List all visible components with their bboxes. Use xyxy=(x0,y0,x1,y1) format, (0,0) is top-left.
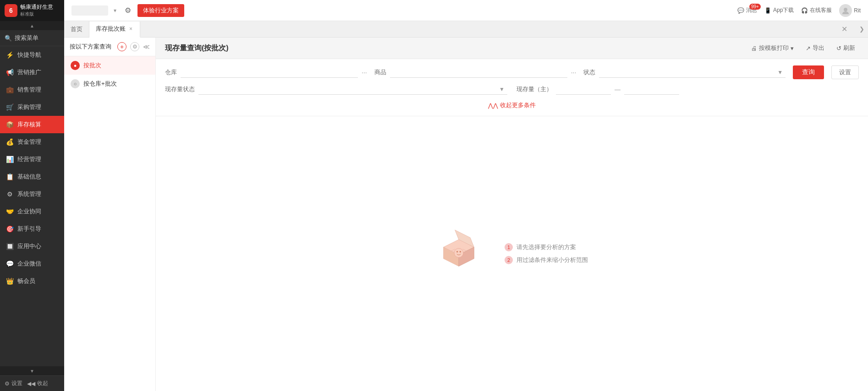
sidebar-item-经营管理[interactable]: 📊 经营管理 xyxy=(0,151,64,168)
print-btn[interactable]: 🖨 按模板打印 ▾ xyxy=(747,42,797,54)
hint-number-2: 2 xyxy=(505,256,513,264)
empty-hint-2: 2 用过滤条件来缩小分析范围 xyxy=(505,256,588,264)
search-icon: 🔍 xyxy=(5,35,12,42)
svg-point-0 xyxy=(844,8,847,11)
sidebar-settings-btn[interactable]: ⚙ 设置 xyxy=(5,380,22,387)
sidebar-item-基础信息[interactable]: 📋 基础信息 xyxy=(0,168,64,185)
svg-point-5 xyxy=(454,248,463,257)
filter-panel-collapse-btn[interactable]: ≪ xyxy=(143,43,150,50)
sidebar-item-icon: 🛒 xyxy=(5,103,14,111)
sidebar-item-畅会员[interactable]: 👑 畅会员 xyxy=(0,272,64,290)
filter-scheme-settings-btn[interactable]: ⚙ xyxy=(130,42,139,51)
sidebar-item-icon: 📦 xyxy=(5,120,14,129)
sidebar-search-label: 搜索菜单 xyxy=(15,34,38,42)
sidebar-menu: 🔍 搜索菜单 ⚡ 快捷导航 📢 营销推广 💼 销售管理 🛒 采购管理 📦 库存核… xyxy=(0,30,64,366)
avatar xyxy=(839,4,852,17)
scheme-icon-1: ○ xyxy=(71,79,80,88)
topbar-user-area[interactable]: Rit xyxy=(839,4,861,17)
settings-icon: ⚙ xyxy=(5,380,10,387)
sidebar-item-采购管理[interactable]: 🛒 采购管理 xyxy=(0,98,64,116)
empty-text-area: 1 请先选择要分析的方案 2 用过滤条件来缩小分析范围 xyxy=(505,243,588,264)
collapse-more-btn[interactable]: ⋀⋀ 收起更多条件 xyxy=(165,98,859,112)
sidebar-scroll-up[interactable]: ▲ xyxy=(0,21,64,30)
sidebar-item-label: 采购管理 xyxy=(17,103,41,111)
sidebar-item-label: 系统管理 xyxy=(17,190,41,198)
export-label: 导出 xyxy=(813,44,824,52)
filter-stock-qty-max[interactable] xyxy=(624,84,679,95)
empty-hint-1: 1 请先选择要分析的方案 xyxy=(505,243,588,251)
export-btn[interactable]: ↗ 导出 xyxy=(802,42,828,54)
sidebar-item-企业微信[interactable]: 💬 企业微信 xyxy=(0,255,64,272)
filter-product-label: 商品 xyxy=(374,68,386,76)
experience-btn[interactable]: 体验行业方案 xyxy=(137,4,184,17)
sidebar-item-label: 企业协同 xyxy=(17,207,41,216)
tab-close-btn[interactable]: × xyxy=(128,26,133,32)
filter-product-input[interactable] xyxy=(390,67,567,78)
filter-warehouse-group: 仓库 ··· xyxy=(165,67,367,78)
print-dropdown-icon: ▾ xyxy=(791,45,794,52)
empty-state: 1 请先选择要分析的方案 2 用过滤条件来缩小分析范围 xyxy=(156,116,868,391)
filter-status-select[interactable]: ▼ xyxy=(599,67,786,78)
filter-stock-qty-label: 现存量（主） xyxy=(516,85,552,93)
sidebar-item-label: 资金管理 xyxy=(17,138,41,146)
topbar-app-download-label: App下载 xyxy=(773,6,794,14)
page-title: 现存量查询(按批次) xyxy=(165,43,229,53)
filter-status-label: 状态 xyxy=(583,68,595,76)
warehouse-more-icon[interactable]: ··· xyxy=(362,69,367,76)
refresh-label: 刷新 xyxy=(843,44,855,52)
topbar-gear-btn[interactable]: ⚙ xyxy=(122,5,134,16)
scheme-icon-0: ● xyxy=(71,61,80,70)
sidebar-item-icon: 💼 xyxy=(5,86,14,94)
sidebar-item-icon: 🔲 xyxy=(5,242,14,250)
topbar-breadcrumb-area: ▾ ⚙ 体验行业方案 xyxy=(71,4,732,17)
tab-inventory-batch[interactable]: 库存批次账 × xyxy=(89,22,140,38)
sidebar-item-新手引导[interactable]: 🎯 新手引导 xyxy=(0,220,64,238)
product-more-icon[interactable]: ··· xyxy=(571,69,577,76)
sidebar-item-应用中心[interactable]: 🔲 应用中心 xyxy=(0,238,64,255)
topbar-app-download-btn[interactable]: 📱 App下载 xyxy=(764,6,794,14)
sidebar-bottom: ⚙ 设置 ◀◀ 收起 xyxy=(0,375,64,391)
filter-add-btn[interactable]: + xyxy=(117,42,126,51)
tabbar: 首页 库存批次账 × ✕ ❯ xyxy=(64,21,868,38)
sidebar-item-快捷导航[interactable]: ⚡ 快捷导航 xyxy=(0,46,64,64)
filter-stock-qty-min[interactable] xyxy=(556,84,611,95)
sidebar: 6 畅康通好生意 标准版 ▲ 🔍 搜索菜单 ⚡ 快捷导航 📢 营销推广 💼 销售… xyxy=(0,0,64,391)
filter-warehouse-input[interactable] xyxy=(181,67,358,78)
filter-schemes-container: ● 按批次 ○ 按仓库+批次 xyxy=(64,56,155,93)
filter-stock-status-select[interactable]: ▼ xyxy=(198,84,507,95)
sidebar-item-企业协同[interactable]: 🤝 企业协同 xyxy=(0,203,64,220)
settings-btn[interactable]: 设置 xyxy=(831,65,859,79)
tab-home[interactable]: 首页 xyxy=(64,21,89,37)
topbar-search-input[interactable] xyxy=(71,5,108,16)
topbar-online-service-btn[interactable]: 🎧 在线客服 xyxy=(801,6,832,14)
sidebar-item-icon: 💬 xyxy=(5,260,14,268)
query-btn[interactable]: 查询 xyxy=(793,65,824,79)
sidebar-item-销售管理[interactable]: 💼 销售管理 xyxy=(0,81,64,98)
topbar-message-btn[interactable]: 💬 消息 99+ xyxy=(737,6,757,14)
sidebar-item-库存核算[interactable]: 📦 库存核算 xyxy=(0,116,64,133)
topbar-dropdown-btn[interactable]: ▾ xyxy=(112,6,118,15)
refresh-icon: ↺ xyxy=(836,45,841,52)
tab-panel-close-btn[interactable]: ✕ xyxy=(835,21,854,37)
sidebar-collapse-label: 收起 xyxy=(37,380,48,387)
tab-expand-btn[interactable]: ❯ xyxy=(856,21,868,37)
hint-text-1: 请先选择要分析的方案 xyxy=(516,243,576,251)
sidebar-scroll-down[interactable]: ▼ xyxy=(0,366,64,375)
filter-scheme-0[interactable]: ● 按批次 xyxy=(64,56,155,75)
collapse-icon: ◀◀ xyxy=(27,380,35,387)
sidebar-collapse-btn[interactable]: ◀◀ 收起 xyxy=(27,380,48,387)
sidebar-item-资金管理[interactable]: 💰 资金管理 xyxy=(0,133,64,151)
sidebar-item-营销推广[interactable]: 📢 营销推广 xyxy=(0,64,64,81)
filter-row-1: 仓库 ··· 商品 ··· 状态 ▼ xyxy=(165,65,859,79)
refresh-btn[interactable]: ↺ 刷新 xyxy=(833,42,859,54)
page-header-actions: 🖨 按模板打印 ▾ ↗ 导出 ↺ 刷新 xyxy=(747,42,859,54)
message-badge: 99+ xyxy=(749,4,761,10)
topbar-online-service-label: 在线客服 xyxy=(810,6,832,14)
filter-product-group: 商品 ··· xyxy=(374,67,577,78)
sidebar-item-系统管理[interactable]: ⚙ 系统管理 xyxy=(0,185,64,203)
sidebar-settings-label: 设置 xyxy=(11,380,22,387)
filter-scheme-1[interactable]: ○ 按仓库+批次 xyxy=(64,75,155,93)
sidebar-search[interactable]: 🔍 搜索菜单 xyxy=(0,30,64,46)
status-arrow: ▼ xyxy=(777,69,783,76)
sidebar-item-label: 畅会员 xyxy=(17,277,35,285)
